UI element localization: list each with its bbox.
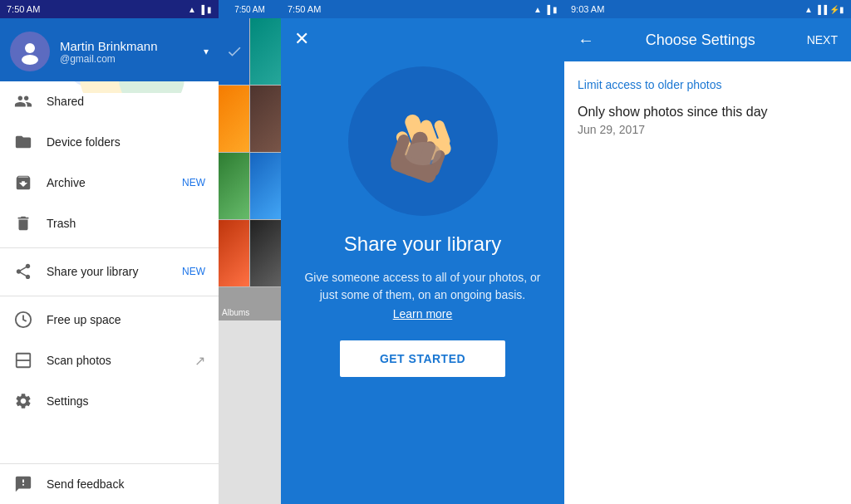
photo-cell xyxy=(250,153,281,219)
time-share: 7:50 AM xyxy=(288,4,321,14)
sidebar-item-archive[interactable]: Archive NEW xyxy=(0,163,219,203)
signal-icon: ▐ xyxy=(199,5,204,14)
photo-cell: Albums xyxy=(219,287,281,321)
sidebar-item-free-space[interactable]: Free up space xyxy=(0,300,219,340)
free-space-icon xyxy=(13,310,33,330)
shared-label: Shared xyxy=(47,95,205,108)
status-bar-settings: 9:03 AM ▲ ▐▐ ⚡▮ xyxy=(564,0,851,18)
settings-toolbar: ← Choose Settings NEXT xyxy=(564,18,851,61)
scan-icon xyxy=(13,350,33,370)
profile-email: @gmail.com xyxy=(60,53,194,65)
share-title: Share your library xyxy=(344,232,501,256)
share-description: Give someone access to all of your photo… xyxy=(281,269,564,304)
next-button[interactable]: NEXT xyxy=(800,27,844,53)
status-bar-mid: 7:50 AM xyxy=(219,0,281,18)
photo-cell xyxy=(219,153,249,219)
share-library-label: Share your library xyxy=(47,265,169,278)
archive-icon xyxy=(13,173,33,193)
photo-cell xyxy=(219,86,249,152)
free-space-label: Free up space xyxy=(47,313,205,326)
profile-name: Martin Brinkmann xyxy=(60,39,194,53)
photo-grid-panel: 7:50 AM Albums xyxy=(219,0,281,504)
chevron-down-icon[interactable]: ▾ xyxy=(204,46,209,57)
wifi-icon: ▲ xyxy=(188,5,196,14)
sidebar-item-share-library[interactable]: Share your library NEW xyxy=(0,252,219,292)
sidebar-item-settings[interactable]: Settings xyxy=(0,381,219,422)
device-folders-label: Device folders xyxy=(47,135,205,149)
folder-icon xyxy=(13,132,33,152)
battery-icon: ▮ xyxy=(207,5,212,14)
share-library-badge: NEW xyxy=(182,266,205,277)
sidebar-item-device-folders[interactable]: Device folders xyxy=(0,122,219,163)
send-feedback-item[interactable]: Send feedback xyxy=(0,463,219,504)
date-text: Jun 29, 2017 xyxy=(578,123,838,136)
signal-icon-settings: ▐▐ xyxy=(815,5,827,14)
svg-point-19 xyxy=(405,142,441,165)
show-photos-text: Only show photos since this day xyxy=(578,105,838,120)
profile-info: Martin Brinkmann @gmail.com xyxy=(60,39,194,65)
sidebar-panel: 7:50 AM ▲ ▐ ▮ Martin Brinkmann @gmail.co… xyxy=(0,0,219,504)
share-illustration xyxy=(348,66,498,216)
time-mid: 7:50 AM xyxy=(234,5,265,14)
people-icon xyxy=(13,91,33,111)
learn-more-link[interactable]: Learn more xyxy=(393,307,453,321)
avatar xyxy=(10,32,50,71)
wifi-icon-share: ▲ xyxy=(534,5,542,14)
time-settings: 9:03 AM xyxy=(571,4,604,14)
profile-header[interactable]: Martin Brinkmann @gmail.com ▾ xyxy=(0,18,219,81)
wifi-icon-settings: ▲ xyxy=(804,5,813,14)
status-icons-share: ▲ ▐ ▮ xyxy=(534,5,558,14)
get-started-button[interactable]: GET STARTED xyxy=(340,340,505,377)
settings-label: Settings xyxy=(47,394,205,408)
time-left: 7:50 AM xyxy=(7,4,40,14)
svg-point-4 xyxy=(25,43,35,53)
nav-divider xyxy=(0,247,219,248)
photo-cell xyxy=(219,220,249,286)
signal-icon-share: ▐ xyxy=(544,5,550,14)
status-icons-left: ▲ ▐ ▮ xyxy=(188,5,212,14)
feedback-icon xyxy=(13,474,33,494)
status-bar-left: 7:50 AM ▲ ▐ ▮ xyxy=(0,0,219,18)
photo-cell xyxy=(219,18,249,85)
close-button[interactable]: ✕ xyxy=(281,18,322,60)
albums-label: Albums xyxy=(222,308,249,317)
limit-access-label: Limit access to older photos xyxy=(578,78,838,91)
status-icons-settings: ▲ ▐▐ ⚡▮ xyxy=(804,5,844,14)
status-bar-share: 7:50 AM ▲ ▐ ▮ xyxy=(281,0,564,18)
photo-cell xyxy=(250,86,281,152)
settings-title: Choose Settings xyxy=(608,32,794,49)
trash-icon xyxy=(13,213,33,233)
archive-label: Archive xyxy=(47,176,169,189)
archive-badge: NEW xyxy=(182,177,205,188)
external-link-icon: ↗ xyxy=(194,353,205,369)
settings-panel: 9:03 AM ▲ ▐▐ ⚡▮ ← Choose Settings NEXT L… xyxy=(564,0,851,504)
settings-icon xyxy=(13,391,33,411)
sidebar-item-trash[interactable]: Trash xyxy=(0,203,219,244)
trash-label: Trash xyxy=(47,217,205,230)
back-button[interactable]: ← xyxy=(571,24,601,56)
battery-icon-settings: ⚡▮ xyxy=(829,5,844,14)
battery-icon-share: ▮ xyxy=(553,5,558,14)
photo-cell xyxy=(250,18,281,85)
sidebar-item-scan-photos[interactable]: Scan photos ↗ xyxy=(0,340,219,381)
send-feedback-label: Send feedback xyxy=(47,477,205,491)
svg-point-5 xyxy=(22,55,38,65)
settings-content: Limit access to older photos Only show p… xyxy=(564,61,851,153)
share-library-dialog: 7:50 AM ▲ ▐ ▮ ✕ xyxy=(281,0,564,504)
scan-photos-label: Scan photos xyxy=(47,354,181,367)
photo-grid: Albums xyxy=(219,18,281,321)
photo-cell xyxy=(250,220,281,286)
nav-divider-2 xyxy=(0,296,219,296)
share-library-icon xyxy=(13,262,33,281)
